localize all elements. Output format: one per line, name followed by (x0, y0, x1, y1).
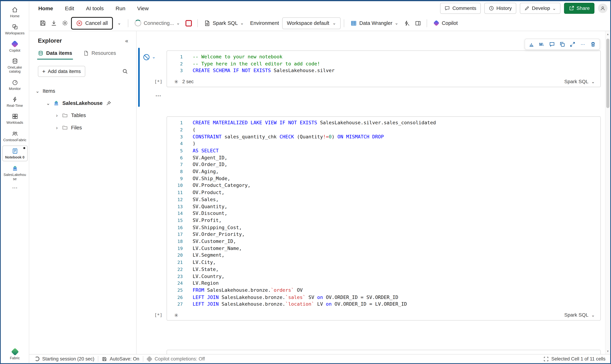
lakehouse-icon (53, 100, 59, 106)
visualize-icon[interactable] (527, 40, 536, 49)
spark-sql-icon (204, 20, 210, 26)
settings-gear-icon[interactable] (59, 18, 70, 29)
plus-icon: + (42, 69, 45, 74)
code-line-text: OV.Product, (183, 189, 225, 196)
rail-item-workloads[interactable]: Workloads (3, 111, 27, 127)
rail-item-fabric[interactable]: Fabric (3, 347, 27, 362)
session-spinner-icon (35, 356, 40, 361)
line-number: 2 (167, 127, 183, 134)
code-line-text: SV.Order_Priority, (183, 231, 245, 238)
language-picker[interactable]: Spark SQL ⌄ (201, 18, 247, 29)
cell-output-toggle[interactable]: ... (155, 91, 161, 97)
share-button[interactable]: Share (564, 3, 594, 14)
code-area[interactable]: 1CREATE MATERIALIZED LAKE VIEW IF NOT EX… (167, 117, 600, 310)
more-commands-icon[interactable]: ⋯ (578, 40, 587, 49)
copilot-completions-status[interactable]: Copilot completions: Off (147, 356, 205, 362)
save-icon[interactable] (37, 18, 48, 29)
code-area[interactable]: 1-- Welcome to your new notebook2-- Type… (167, 51, 600, 77)
rail-item-real-time[interactable]: Real-Time (3, 94, 27, 109)
cell-language-picker[interactable]: Spark SQL⌄ (564, 312, 595, 318)
convert-to-markdown-icon[interactable]: M↓ (537, 40, 546, 49)
develop-button[interactable]: Develop ⌄ (520, 3, 560, 14)
rail-item-workspaces[interactable]: Workspaces (3, 22, 27, 37)
rail-item-onelake-catalog[interactable]: OneLake catalog (3, 56, 27, 75)
scroll-down-icon[interactable]: ▾ (606, 349, 610, 353)
scroll-up-icon[interactable]: ▴ (606, 32, 610, 36)
code-line-text: OV.Product_Category, (183, 182, 251, 190)
menu-tab-edit[interactable]: Edit (65, 5, 74, 11)
rail-more-icon[interactable]: ⋯ (12, 184, 17, 191)
tree-node-items[interactable]: ⌄ Items (29, 85, 136, 97)
session-status-dropdown[interactable]: Connecting... ⌄ (131, 18, 183, 29)
cell-language-picker[interactable]: Spark SQL⌄ (564, 79, 595, 84)
stop-session-button[interactable] (183, 18, 194, 29)
tree-node-tables[interactable]: › Tables (29, 109, 136, 121)
rail-item-monitor[interactable]: Monitor (3, 77, 27, 92)
tab-resources[interactable]: Resources (83, 50, 116, 60)
fabric-logo-icon (12, 349, 18, 355)
menu-tab-view[interactable]: View (137, 5, 149, 11)
comments-button[interactable]: Comments (440, 3, 481, 14)
rail-item-copilot[interactable]: Copilot (3, 39, 27, 54)
cancel-all-button[interactable]: Cancel all (71, 17, 113, 29)
vertical-scrollbar[interactable]: ▴ ▾ (605, 31, 610, 354)
autosave-status[interactable]: AutoSave: On (102, 356, 139, 362)
duplicate-cell-icon[interactable] (558, 40, 567, 49)
lakehouse-icon (12, 165, 18, 172)
rail-item-home[interactable]: Home (3, 4, 27, 20)
pin-icon[interactable] (106, 100, 111, 106)
import-icon[interactable] (48, 18, 59, 29)
cell-selection-status: Selected Cell 1 of 11 cells (543, 356, 606, 362)
workspace-selector[interactable]: Workspace default ⌄ (282, 17, 341, 29)
tree-node-saleslakehouse[interactable]: ⌄ SalesLakehouse (29, 97, 136, 109)
copilot-icon (12, 41, 18, 47)
notebook-cell[interactable]: 1CREATE MATERIALIZED LAKE VIEW IF NOT EX… (166, 350, 601, 354)
cell-editor[interactable]: 1CREATE MATERIALIZED LAKE VIEW IF NOT EX… (166, 350, 601, 354)
quick-actions-icon[interactable] (402, 18, 413, 29)
tree-node-files[interactable]: › Files (29, 121, 136, 134)
search-icon[interactable] (122, 68, 128, 75)
account-avatar[interactable] (598, 3, 608, 13)
data-wrangler-button[interactable]: Data Wrangler ⌄ (347, 18, 401, 29)
code-line-text: FROM SalesLakehouse.bronze.`orders` OV (183, 287, 303, 294)
chevron-down-icon: ⌄ (591, 79, 595, 84)
line-number: 23 (167, 273, 183, 280)
menu-tab-run[interactable]: Run (116, 5, 125, 11)
menu-tab-home[interactable]: Home (38, 5, 53, 11)
expand-cell-icon[interactable] (568, 40, 577, 49)
delete-cell-icon[interactable] (589, 40, 597, 49)
rail-item-saleslakehouse[interactable]: SalesLakehouse (3, 163, 27, 183)
copilot-button[interactable]: Copilot (430, 18, 461, 29)
notebook-cell[interactable]: 1CREATE MATERIALIZED LAKE VIEW IF NOT EX… (166, 116, 601, 321)
run-dropdown-icon[interactable]: ⌄ (152, 54, 156, 60)
workspaces-icon (12, 24, 18, 30)
collapse-panel-icon[interactable]: « (125, 37, 128, 44)
cancel-run-button[interactable]: ⌄ (143, 53, 156, 61)
line-number: 2 (167, 61, 183, 68)
cell-editor[interactable]: 1CREATE MATERIALIZED LAKE VIEW IF NOT EX… (166, 116, 601, 321)
code-line-text: CONSTRAINT sales_quantity_chk CHECK (Qua… (183, 133, 384, 141)
comment-cell-icon[interactable] (547, 40, 557, 49)
environment-button[interactable]: Environment (247, 18, 282, 29)
rail-item-notebook-0[interactable]: Notebook 0 (2, 146, 27, 161)
divider (98, 356, 98, 362)
stop-icon (185, 20, 192, 26)
divider (344, 19, 344, 27)
code-line-text: SV.Quantity, (183, 203, 227, 210)
tab-data-items[interactable]: Data items (38, 50, 72, 60)
cell-toolbar: M↓ ⋯ (525, 39, 600, 50)
menu-tab-ai-tools[interactable]: AI tools (86, 5, 104, 11)
rail-item-contosofabric[interactable]: ContosoFabric (3, 129, 27, 144)
history-button[interactable]: History (484, 3, 516, 14)
notebook-cell[interactable]: ⌄1-- Welcome to your new notebook2-- Typ… (166, 51, 601, 87)
cell-footer: ✳2 secSpark SQL⌄ (167, 77, 600, 87)
code-line-text: LV.Customer_Name, (183, 245, 242, 252)
add-data-items-button[interactable]: + Add data items (38, 66, 85, 77)
chevron-down-icon: ⌄ (552, 6, 556, 11)
connecting-spinner-icon (135, 20, 141, 26)
cell-editor[interactable]: 1-- Welcome to your new notebook2-- Type… (166, 51, 601, 87)
cancel-all-dropdown[interactable]: ⌄ (114, 18, 125, 29)
scrollbar-thumb[interactable] (606, 39, 610, 108)
code-area[interactable]: 1CREATE MATERIALIZED LAKE VIEW IF NOT EX… (167, 350, 600, 354)
toggle-panel-icon[interactable] (412, 18, 424, 29)
